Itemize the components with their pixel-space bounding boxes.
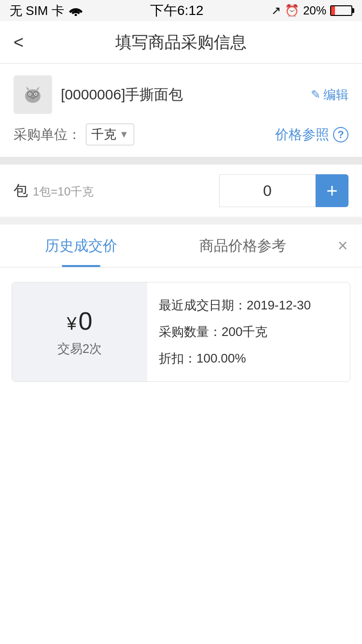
qty-label: 采购数量： <box>159 324 222 339</box>
section-divider <box>0 157 362 165</box>
price-panel: 历史成交价 商品价格参考 × ¥0 交易2次 最近成交日期：2019-12-30… <box>0 224 362 396</box>
qty-value: 200千克 <box>222 324 267 339</box>
product-name: [0000006]手撕面包 <box>61 85 183 105</box>
quantity-unit: 包 <box>14 181 28 201</box>
battery-icon <box>330 5 352 16</box>
unit-select[interactable]: 千克 ▼ <box>86 124 134 145</box>
product-unit-row: 采购单位： 千克 ▼ 价格参照 ? <box>14 124 348 145</box>
svg-marker-10 <box>36 86 40 90</box>
product-card: [0000006]手撕面包 ✎ 编辑 采购单位： 千克 ▼ 价格参照 ? <box>0 64 362 157</box>
product-left: [0000006]手撕面包 <box>14 75 183 114</box>
panel-close-button[interactable]: × <box>323 224 362 267</box>
date-value: 2019-12-30 <box>247 298 311 312</box>
panel-content: ¥0 交易2次 最近成交日期：2019-12-30 采购数量：200千克 折扣：… <box>0 267 362 396</box>
nav-bar: < 填写商品采购信息 <box>0 21 362 64</box>
history-card-right: 最近成交日期：2019-12-30 采购数量：200千克 折扣：100.00% <box>147 282 350 381</box>
svg-point-1 <box>25 89 41 103</box>
quantity-label: 包 1包=10千克 <box>14 181 94 201</box>
product-thumbnail <box>14 75 52 114</box>
status-bar: 无 SIM 卡 下午6:12 ↗ ⏰ 20% <box>0 0 362 21</box>
edit-label: 编辑 <box>323 86 348 103</box>
panel-tabs: 历史成交价 商品价格参考 × <box>0 224 362 267</box>
product-logo-icon <box>21 83 45 107</box>
price-ref-info-icon: ? <box>333 127 348 142</box>
history-card-left: ¥0 交易2次 <box>12 282 147 381</box>
trade-count: 交易2次 <box>57 340 102 357</box>
tab-product-price-ref[interactable]: 商品价格参考 <box>162 224 323 267</box>
quantity-row: 包 1包=10千克 + <box>0 165 362 217</box>
quantity-conversion: 1包=10千克 <box>33 184 94 199</box>
discount-label: 折扣： <box>159 351 196 365</box>
unit-value: 千克 <box>91 126 116 143</box>
product-id: [0000006] <box>61 86 125 102</box>
status-time: 下午6:12 <box>150 1 204 20</box>
svg-point-6 <box>29 94 31 95</box>
quantity-input[interactable] <box>219 174 316 207</box>
svg-point-8 <box>31 97 35 99</box>
edit-button[interactable]: ✎ 编辑 <box>311 86 348 103</box>
quantity-plus-button[interactable]: + <box>316 174 348 207</box>
svg-point-7 <box>35 94 37 95</box>
date-label: 最近成交日期： <box>159 298 247 312</box>
edit-icon: ✎ <box>311 88 320 101</box>
detail-date-row: 最近成交日期：2019-12-30 <box>159 296 338 315</box>
wifi-icon <box>69 5 83 16</box>
svg-point-0 <box>74 14 77 16</box>
back-button[interactable]: < <box>14 32 24 53</box>
alarm-icon: ⏰ <box>285 4 299 17</box>
detail-discount-row: 折扣：100.00% <box>159 349 338 368</box>
price-ref-button[interactable]: 价格参照 ? <box>275 126 348 144</box>
carrier-text: 无 SIM 卡 <box>10 2 64 19</box>
page-title: 填写商品采购信息 <box>115 31 247 54</box>
unit-label: 采购单位： 千克 ▼ <box>14 124 134 145</box>
product-title: 手撕面包 <box>125 86 183 102</box>
status-right-icons: ↗ ⏰ 20% <box>271 4 352 17</box>
tab-product-price-ref-label: 商品价格参考 <box>199 236 286 256</box>
battery-pct: 20% <box>303 4 326 17</box>
unit-label-text: 采购单位： <box>14 126 81 144</box>
quantity-controls: + <box>219 174 348 207</box>
bottom-background <box>0 396 362 644</box>
history-card: ¥0 交易2次 最近成交日期：2019-12-30 采购数量：200千克 折扣：… <box>12 282 350 382</box>
svg-marker-9 <box>26 86 29 90</box>
history-price: ¥0 <box>67 307 93 336</box>
location-icon: ↗ <box>271 4 281 17</box>
status-carrier: 无 SIM 卡 <box>10 2 83 19</box>
product-header: [0000006]手撕面包 ✎ 编辑 <box>14 75 348 114</box>
tab-history-price[interactable]: 历史成交价 <box>0 224 162 267</box>
chevron-down-icon: ▼ <box>119 129 129 140</box>
tab-history-price-label: 历史成交价 <box>45 236 117 256</box>
currency-symbol: ¥ <box>67 314 77 334</box>
price-ref-label: 价格参照 <box>275 126 329 144</box>
discount-value: 100.00% <box>196 351 246 365</box>
price-value: 0 <box>79 307 93 335</box>
detail-qty-row: 采购数量：200千克 <box>159 322 338 341</box>
